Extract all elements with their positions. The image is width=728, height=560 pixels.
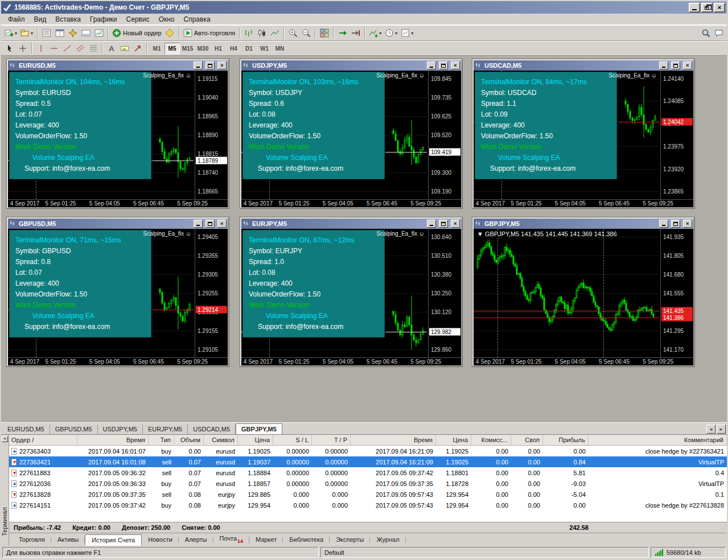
chart-tab-usdjpy[interactable]: USDJPY,M5: [98, 425, 143, 434]
chart-minimize-button[interactable]: [427, 61, 436, 69]
status-profile[interactable]: Default: [320, 547, 649, 558]
search-button[interactable]: [699, 27, 712, 39]
chart-restore-button[interactable]: [671, 220, 680, 228]
chart-window-titlebar[interactable]: EURJPY,M5×: [241, 219, 461, 229]
crosshair-tool-button[interactable]: [16, 42, 29, 55]
chart-window-titlebar[interactable]: GBPJPY,M5×: [474, 219, 693, 229]
table-row[interactable]: 2273634212017.09.04 16:01:08sell0.07euru…: [9, 456, 727, 467]
timeframe-H1-button[interactable]: H1: [211, 43, 226, 54]
chart-restore-button[interactable]: [671, 61, 680, 69]
terminal-button[interactable]: [79, 27, 92, 39]
fibonacci-tool-button[interactable]: [87, 42, 100, 55]
menu-item-0[interactable]: Файл: [3, 14, 30, 24]
chart-minimize-button[interactable]: [194, 61, 203, 69]
chart-shift-button[interactable]: [349, 27, 362, 39]
zoom-out-button[interactable]: [299, 27, 312, 39]
menu-item-6[interactable]: Справка: [179, 14, 215, 24]
column-header-12[interactable]: Прибыль: [543, 435, 589, 445]
timeframe-M30-button[interactable]: M30: [195, 43, 211, 54]
chart-window-titlebar[interactable]: GBPUSD,M5×: [8, 219, 228, 229]
chart-close-button[interactable]: ×: [217, 61, 227, 69]
horizontal-line-tool-button[interactable]: [47, 42, 60, 55]
terminal-tab-5[interactable]: Почта14: [213, 533, 250, 545]
table-row[interactable]: 2273634032017.09.04 16:01:07buy0.00eurus…: [9, 446, 727, 456]
titlebar[interactable]: 1568885: Activtrades-Demo - Демо Счет - …: [1, 1, 727, 14]
terminal-tab-4[interactable]: Алерты: [179, 534, 213, 545]
chart-close-button[interactable]: ×: [451, 220, 460, 228]
table-row[interactable]: 2276141512017.09.05 09:37:42buy0.08eurjp…: [9, 500, 727, 510]
chart-restore-button[interactable]: [439, 220, 448, 228]
chart-minimize-button[interactable]: [659, 61, 668, 69]
menu-item-1[interactable]: Вид: [30, 14, 51, 24]
chart-line-button[interactable]: [268, 27, 281, 39]
terminal-tab-3[interactable]: Новости: [142, 534, 179, 545]
table-row[interactable]: 2276120362017.09.05 09:36:33buy0.07eurus…: [9, 478, 727, 489]
column-header-0[interactable]: Ордер /: [9, 435, 77, 445]
minimize-button[interactable]: [689, 3, 700, 13]
terminal-tab-1[interactable]: Активы: [51, 534, 85, 545]
chart-window-titlebar[interactable]: USDCAD,M5×: [474, 60, 693, 71]
profiles-button[interactable]: ▾: [19, 27, 35, 39]
auto-scroll-button[interactable]: [336, 27, 349, 39]
chart-close-button[interactable]: ×: [217, 220, 227, 228]
chart-window-titlebar[interactable]: USDJPY,M5×: [241, 60, 461, 71]
arrows-tool-button[interactable]: [131, 42, 144, 55]
column-header-6[interactable]: S / L: [273, 435, 312, 445]
new-chart-button[interactable]: ▾: [3, 27, 19, 39]
timeframe-M15-button[interactable]: M15: [180, 43, 195, 54]
scroll-left-button[interactable]: ◄: [706, 425, 715, 434]
column-header-13[interactable]: Комментарий: [589, 435, 727, 445]
column-header-11[interactable]: Своп: [511, 435, 543, 445]
chart-candles-button[interactable]: [255, 27, 268, 39]
terminal-tab-2[interactable]: История Счета: [85, 534, 142, 546]
column-header-3[interactable]: Объем: [174, 435, 204, 445]
text-label-tool-button[interactable]: ab: [118, 42, 131, 55]
templates-button[interactable]: ▾: [399, 27, 415, 39]
scroll-right-button[interactable]: ►: [717, 425, 726, 434]
timeframe-H4-button[interactable]: H4: [226, 43, 241, 54]
data-window-button[interactable]: [53, 27, 66, 39]
chart-tab-eurusd[interactable]: EURUSD,M5: [2, 425, 50, 434]
timeframe-D1-button[interactable]: D1: [241, 43, 257, 54]
terminal-tab-9[interactable]: Журнал: [370, 534, 405, 545]
terminal-tab-8[interactable]: Эксперты: [330, 534, 370, 545]
chart-restore-button[interactable]: [205, 220, 215, 228]
restore-button[interactable]: [701, 3, 713, 13]
terminal-close-icon[interactable]: ×: [2, 436, 8, 442]
cursor-tool-button[interactable]: [3, 42, 16, 55]
chart-window-titlebar[interactable]: EURUSD,M5×: [8, 60, 228, 71]
menu-item-5[interactable]: Окно: [154, 14, 179, 24]
chat-button[interactable]: [712, 27, 725, 39]
chart-tab-eurjpy[interactable]: EURJPY,M5: [143, 425, 188, 434]
strategy-tester-button[interactable]: [92, 27, 105, 39]
tile-windows-button[interactable]: [318, 27, 331, 39]
column-header-8[interactable]: Время: [351, 435, 436, 445]
new-order-button[interactable]: Новый ордер: [110, 27, 163, 39]
menu-item-3[interactable]: Графики: [85, 14, 122, 24]
chart-tab-gbpusd[interactable]: GBPUSD,M5: [50, 425, 98, 434]
column-header-9[interactable]: Цена: [436, 435, 471, 445]
close-button[interactable]: ×: [714, 3, 725, 13]
chart-restore-button[interactable]: [205, 61, 215, 69]
timeframe-M5-button[interactable]: M5: [164, 43, 180, 54]
vertical-line-tool-button[interactable]: [34, 42, 47, 55]
text-tool-button[interactable]: A: [105, 42, 118, 55]
column-header-4[interactable]: Символ: [204, 435, 238, 445]
menu-item-4[interactable]: Сервис: [122, 14, 154, 24]
column-header-1[interactable]: Время: [77, 435, 149, 445]
zoom-in-button[interactable]: [286, 27, 299, 39]
navigator-button[interactable]: [66, 27, 79, 39]
column-header-7[interactable]: T / P: [312, 435, 351, 445]
chart-minimize-button[interactable]: [659, 220, 668, 228]
chart-bars-button[interactable]: [242, 27, 255, 39]
market-watch-button[interactable]: [40, 27, 53, 39]
indicators-button[interactable]: ▾: [367, 27, 383, 39]
chart-close-button[interactable]: ×: [451, 61, 460, 69]
timeframe-M1-button[interactable]: M1: [149, 43, 164, 54]
timeframe-MN-button[interactable]: MN: [272, 43, 287, 54]
column-header-10[interactable]: Комисс...: [471, 435, 511, 445]
table-row[interactable]: 2276138282017.09.05 09:37:35sell0.08eurj…: [9, 489, 727, 500]
chart-restore-button[interactable]: [439, 61, 448, 69]
terminal-tab-0[interactable]: Торговля: [13, 534, 51, 545]
chart-tab-usdcad[interactable]: USDCAD,M5: [188, 425, 236, 434]
